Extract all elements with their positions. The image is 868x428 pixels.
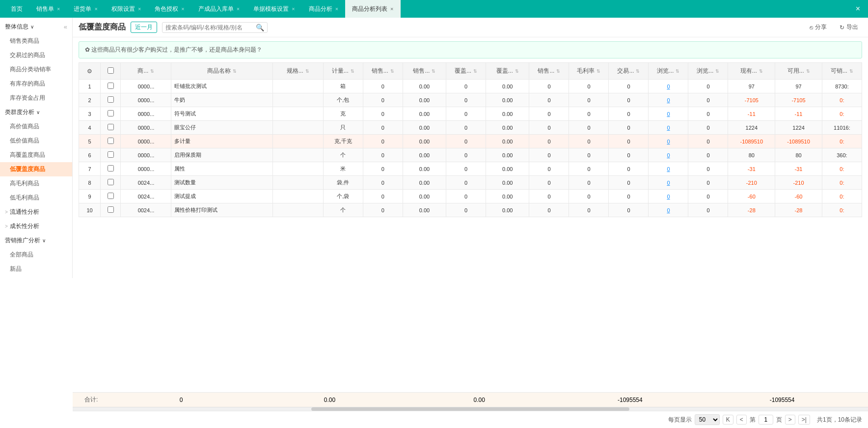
nav-item-permission[interactable]: 权限设置 × xyxy=(105,0,148,18)
row-checkbox[interactable] xyxy=(108,193,114,199)
row-checkbox[interactable] xyxy=(108,96,114,103)
sidebar-item-high-coverage[interactable]: 高覆盖度商品 xyxy=(0,148,72,162)
sidebar-section-liquidity[interactable]: > 流通性分析 xyxy=(0,205,72,219)
cell-check[interactable] xyxy=(101,80,121,93)
sidebar-item-high-value[interactable]: 高价值商品 xyxy=(0,119,72,134)
cell-check[interactable] xyxy=(101,121,121,135)
sidebar-item-new-products[interactable]: 新品 xyxy=(0,262,72,276)
cell-browse1[interactable]: 0 xyxy=(649,93,688,107)
close-product-analysis-icon[interactable]: × xyxy=(335,6,338,12)
sidebar-item-in-stock[interactable]: 有库存的商品 xyxy=(0,77,72,91)
search-icon[interactable]: 🔍 xyxy=(256,24,264,31)
close-role-icon[interactable]: × xyxy=(181,6,184,12)
row-checkbox[interactable] xyxy=(108,179,114,185)
first-page-button[interactable]: K xyxy=(723,415,733,425)
cell-check[interactable] xyxy=(101,190,121,203)
cell-check[interactable] xyxy=(101,93,121,107)
prev-page-button[interactable]: < xyxy=(736,415,747,425)
nav-item-product-analysis[interactable]: 商品分析 × xyxy=(302,0,345,18)
cell-check[interactable] xyxy=(101,176,121,190)
nav-item-role[interactable]: 角色授权 × xyxy=(148,0,191,18)
th-trans[interactable]: 交易...⇅ xyxy=(609,63,649,80)
nav-item-purchase[interactable]: 进货单 × xyxy=(67,0,104,18)
th-cover1[interactable]: 覆盖...⇅ xyxy=(446,63,486,80)
th-sales-qty[interactable]: 销售...⇅ xyxy=(363,63,403,80)
cell-browse1[interactable]: 0 xyxy=(649,162,688,176)
row-checkbox[interactable] xyxy=(108,206,114,213)
cell-browse1[interactable]: 0 xyxy=(649,203,688,217)
row-checkbox[interactable] xyxy=(108,138,114,144)
th-unit[interactable]: 计量...⇅ xyxy=(323,63,363,80)
cell-browse1[interactable]: 0 xyxy=(649,176,688,190)
cell-check[interactable] xyxy=(101,203,121,217)
cell-browse1[interactable]: 0 xyxy=(649,190,688,203)
sidebar-item-low-margin[interactable]: 低毛利商品 xyxy=(0,191,72,205)
cell-browse1[interactable]: 0 xyxy=(649,80,688,93)
table-row[interactable]: 6 0000... 启用保质期 个 0 0.00 0 0.00 0 0 0 0 … xyxy=(79,148,862,162)
collapse-sidebar-icon[interactable]: « xyxy=(64,23,67,30)
cell-check[interactable] xyxy=(101,135,121,148)
table-row[interactable]: 5 0000... 多计量 克,千克 0 0.00 0 0.00 0 0 0 0… xyxy=(79,135,862,148)
table-row[interactable]: 9 0024... 测试提成 个,袋 0 0.00 0 0.00 0 0 0 0… xyxy=(79,190,862,203)
select-all-checkbox[interactable] xyxy=(108,67,114,74)
close-template-icon[interactable]: × xyxy=(292,6,295,12)
th-sales2[interactable]: 销售...⇅ xyxy=(529,63,569,80)
table-row[interactable]: 3 0000... 符号测试 克 0 0.00 0 0.00 0 0 0 0 0… xyxy=(79,107,862,121)
cell-browse1[interactable]: 0 xyxy=(649,135,688,148)
th-cover2[interactable]: 覆盖...⇅ xyxy=(486,63,529,80)
row-checkbox[interactable] xyxy=(108,165,114,171)
table-wrapper[interactable]: ⚙ 商...⇅ 商品名称⇅ 规格...⇅ xyxy=(73,62,868,392)
sidebar-item-low-value[interactable]: 低价值商品 xyxy=(0,134,72,148)
table-row[interactable]: 2 0000... 牛奶 个,包 0 0.00 0 0.00 0 0 0 0 0… xyxy=(79,93,862,107)
close-sales-icon[interactable]: × xyxy=(57,6,60,12)
table-row[interactable]: 1 0000... 旺铺批次测试 箱 0 0.00 0 0.00 0 0 0 0… xyxy=(79,80,862,93)
search-input[interactable] xyxy=(165,24,254,31)
close-permission-icon[interactable]: × xyxy=(138,6,141,12)
share-button[interactable]: ⎋ 分享 xyxy=(806,22,831,33)
sidebar-section-growth[interactable]: > 成长性分析 xyxy=(0,219,72,233)
sidebar-item-traded-products[interactable]: 交易过的商品 xyxy=(0,48,72,62)
row-checkbox[interactable] xyxy=(108,83,114,89)
nav-item-home[interactable]: 首页 xyxy=(4,0,29,18)
row-checkbox[interactable] xyxy=(108,110,114,116)
period-button[interactable]: 近一月 xyxy=(131,22,157,33)
th-gear[interactable]: ⚙ xyxy=(79,63,101,80)
cell-browse1[interactable]: 0 xyxy=(649,148,688,162)
table-row[interactable]: 4 0000... 眼宝公仔 只 0 0.00 0 0.00 0 0 0 0 0… xyxy=(79,121,862,135)
sidebar-item-all-products[interactable]: 全部商品 xyxy=(0,248,72,262)
th-browse1[interactable]: 浏览...⇅ xyxy=(649,63,688,80)
nav-item-product-analysis-list[interactable]: 商品分析列表 × xyxy=(345,0,400,18)
sidebar-section-group[interactable]: 类群度分析 ∨ xyxy=(0,105,72,119)
sidebar-item-stock-capital[interactable]: 库存资金占用 xyxy=(0,91,72,105)
table-row[interactable]: 7 0000... 属性 米 0 0.00 0 0.00 0 0 0 0 0 -… xyxy=(79,162,862,176)
nav-item-production[interactable]: 产成品入库单 × xyxy=(191,0,246,18)
close-purchase-icon[interactable]: × xyxy=(94,6,97,12)
th-sales-amt[interactable]: 销售...⇅ xyxy=(403,63,446,80)
export-button[interactable]: ↻ 导出 xyxy=(836,22,862,33)
sidebar-section-overall[interactable]: 整体信息 ∨ « xyxy=(0,20,72,34)
cell-browse1[interactable]: 0 xyxy=(649,121,688,135)
sidebar-item-low-coverage[interactable]: 低覆盖度商品 xyxy=(0,162,72,176)
row-checkbox[interactable] xyxy=(108,124,114,130)
next-page-button[interactable]: > xyxy=(785,415,795,425)
th-browse2[interactable]: 浏览...⇅ xyxy=(688,63,728,80)
close-production-icon[interactable]: × xyxy=(237,6,240,12)
sidebar-item-high-margin[interactable]: 高毛利商品 xyxy=(0,176,72,191)
nav-item-sales[interactable]: 销售单 × xyxy=(29,0,67,18)
page-number-input[interactable] xyxy=(759,415,773,425)
table-row[interactable]: 10 0024... 属性价格打印测试 个 0 0.00 0 0.00 0 0 … xyxy=(79,203,862,217)
window-close-button[interactable]: × xyxy=(852,4,864,13)
th-name[interactable]: 商品名称⇅ xyxy=(171,63,272,80)
scrollbar-area[interactable] xyxy=(73,407,868,411)
per-page-select[interactable]: 50 100 200 xyxy=(695,414,720,425)
sidebar-item-sales-products[interactable]: 销售类商品 xyxy=(0,34,72,48)
cell-browse1[interactable]: 0 xyxy=(649,107,688,121)
th-spec[interactable]: 规格...⇅ xyxy=(272,63,323,80)
cell-check[interactable] xyxy=(101,107,121,121)
th-check[interactable] xyxy=(101,63,121,80)
th-saleable[interactable]: 可销...⇅ xyxy=(822,63,862,80)
last-page-button[interactable]: >| xyxy=(798,415,810,425)
nav-item-template[interactable]: 单据模板设置 × xyxy=(246,0,301,18)
th-code[interactable]: 商...⇅ xyxy=(121,63,171,80)
table-row[interactable]: 8 0024... 测试数量 袋,件 0 0.00 0 0.00 0 0 0 0… xyxy=(79,176,862,190)
